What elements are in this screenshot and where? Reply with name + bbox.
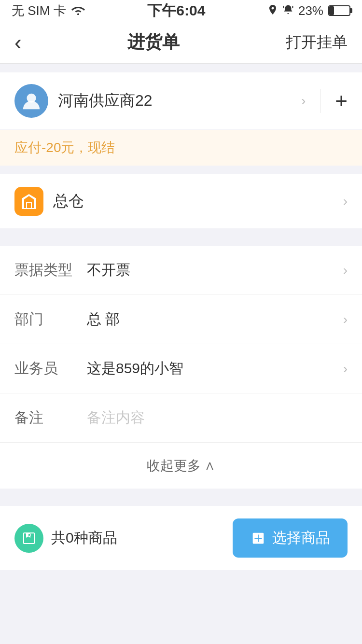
carrier-label: 无 SIM 卡 (12, 2, 66, 19)
location-icon (267, 3, 278, 18)
invoice-label: 票据类型 (14, 260, 82, 280)
sales-value: 这是859的小智 (82, 359, 338, 378)
section-gap-1 (0, 64, 362, 72)
warehouse-section: 总仓 › (0, 174, 362, 228)
dept-row[interactable]: 部门 总 部 › (0, 295, 362, 344)
supplier-row[interactable]: 河南供应商22 › + (0, 72, 362, 130)
product-summary: 共0种商品 (14, 524, 117, 553)
product-icon-wrap (14, 524, 43, 553)
open-pending-button[interactable]: 打开挂单 (286, 32, 348, 53)
battery-percent: 23% (298, 3, 323, 18)
select-product-label: 选择商品 (272, 528, 330, 548)
warehouse-label: 总仓 (53, 191, 343, 212)
divider (320, 89, 320, 113)
remark-label: 备注 (14, 408, 82, 428)
wifi-icon (71, 3, 85, 18)
collapse-button[interactable]: 收起更多 ∧ (0, 443, 362, 489)
sales-label: 业务员 (14, 359, 82, 378)
dept-label: 部门 (14, 309, 82, 329)
remark-row[interactable]: 备注 备注内容 (0, 393, 362, 443)
supplier-right: › + (301, 89, 348, 113)
supplier-name: 河南供应商22 (58, 90, 301, 112)
warehouse-row[interactable]: 总仓 › (0, 174, 362, 228)
warehouse-icon-wrap (14, 187, 43, 216)
status-time: 下午6:04 (147, 1, 205, 21)
nav-bar: ‹ 进货单 打开挂单 (0, 21, 362, 64)
supplier-chevron-icon: › (301, 93, 306, 109)
supplier-section: 河南供应商22 › + 应付-20元，现结 (0, 72, 362, 166)
warehouse-chevron-icon: › (343, 194, 348, 209)
bottom-bar: 共0种商品 选择商品 (0, 506, 362, 570)
dept-value: 总 部 (82, 309, 338, 329)
invoice-value: 不开票 (82, 260, 338, 280)
section-gap-2 (0, 166, 362, 174)
invoice-row[interactable]: 票据类型 不开票 › (0, 246, 362, 295)
status-left: 无 SIM 卡 (12, 2, 85, 19)
section-gap-4 (0, 489, 362, 497)
back-button[interactable]: ‹ (14, 32, 22, 53)
status-right: 23% (267, 3, 350, 18)
section-gap-3 (0, 228, 362, 237)
battery-icon (328, 5, 350, 16)
page-background (0, 570, 362, 644)
remark-input[interactable]: 备注内容 (82, 408, 348, 428)
dept-chevron-icon: › (343, 312, 348, 327)
form-section: 票据类型 不开票 › 部门 总 部 › 业务员 这是859的小智 › 备注 备注… (0, 246, 362, 489)
notice-bar: 应付-20元，现结 (0, 130, 362, 166)
alarm-icon (283, 3, 293, 18)
invoice-chevron-icon: › (343, 263, 348, 278)
page-title: 进货单 (127, 30, 180, 54)
add-supplier-button[interactable]: + (335, 90, 348, 112)
sales-chevron-icon: › (343, 361, 348, 377)
status-bar: 无 SIM 卡 下午6:04 23% (0, 0, 362, 21)
sales-row[interactable]: 业务员 这是859的小智 › (0, 344, 362, 393)
product-count-label: 共0种商品 (51, 528, 117, 548)
supplier-avatar (14, 84, 48, 118)
select-product-button[interactable]: 选择商品 (233, 518, 348, 558)
